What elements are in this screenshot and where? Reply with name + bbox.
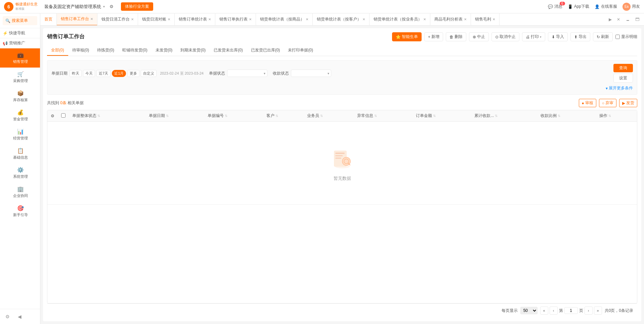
tab-close-cash-reconcile[interactable]: ✕ (168, 17, 170, 21)
tab-sales-order-exec[interactable]: 销售订单执行表✕ (215, 13, 256, 26)
collapse-icon[interactable]: ◀ (15, 312, 24, 321)
sidebar-item-purchase[interactable]: 🛒采购管理 (0, 68, 40, 87)
smart-create-button[interactable]: ⭐ 智能生单 (392, 32, 422, 41)
query-button[interactable]: 查询 (613, 64, 633, 72)
sidebar-item-basic[interactable]: 📋基础信息 (0, 144, 40, 163)
tab-close-cash-daily[interactable]: ✕ (131, 17, 134, 21)
sub-tab-wangpu-pending[interactable]: 旺铺待发货(0) (118, 45, 152, 56)
sort-icon-ratio[interactable]: ⇅ (558, 114, 560, 118)
page-input[interactable] (564, 307, 578, 314)
sidebar-item-inventory[interactable]: 📦库存核算 (0, 87, 40, 106)
sidebar-item-enterprise[interactable]: 🏢企业协同 (0, 183, 40, 202)
app-download-item[interactable]: 📱 App下载 (568, 4, 589, 9)
tab-close-sales-order-workbench[interactable]: ✕ (90, 17, 93, 21)
tab-close-sales-gross[interactable]: ✕ (492, 17, 495, 21)
show-detail-checkbox[interactable] (615, 35, 620, 39)
tab-close-product-margin[interactable]: ✕ (464, 17, 467, 21)
col-settings-icon[interactable]: ⚙ (51, 114, 54, 118)
sort-icon-collected[interactable]: ⇅ (495, 114, 498, 118)
date-btn-今天[interactable]: 今天 (83, 70, 95, 77)
tab-sales-order-workbench[interactable]: 销售订单工作台✕ (57, 13, 97, 26)
set-button[interactable]: 设置 (613, 74, 633, 83)
online-service-item[interactable]: 👤 在线客服 (595, 4, 617, 9)
sub-tab-shipped-stock-out[interactable]: 已发货已出库(0) (247, 45, 284, 56)
tab-maximize-icon[interactable]: 🗖 (633, 15, 641, 24)
delete-button[interactable]: 🗑 删除 (446, 32, 466, 41)
cancel-pause-button[interactable]: ⊙ 取消中止 (491, 32, 519, 41)
approve-button[interactable]: ● 审核 (579, 99, 596, 107)
page-first-button[interactable]: « (540, 307, 548, 315)
date-btn-近7天[interactable]: 近7天 (96, 70, 111, 77)
reject-button[interactable]: ○ 弃审 (599, 99, 616, 107)
tab-sales-order-stat[interactable]: 销售订单统计表✕ (175, 13, 215, 26)
experience-button[interactable]: 体验行业方案 (121, 2, 153, 11)
sort-icon-staff[interactable]: ⇅ (320, 114, 323, 118)
tab-product-margin[interactable]: 商品毛利分析表✕ (430, 13, 471, 26)
settings-bottom-icon[interactable]: ⚙ (3, 312, 12, 321)
sub-tab-expired-unshipped[interactable]: 到期未发货(0) (176, 45, 210, 56)
tab-close-sales-stat-staff[interactable]: ✕ (423, 17, 426, 21)
tab-sales-stat-product[interactable]: 销货单统计表（按商品）✕ (256, 13, 313, 26)
th-checkbox[interactable] (58, 110, 69, 122)
user-item[interactable]: Ea 用友 (622, 3, 640, 11)
sidebar-item-system[interactable]: ⚙️系统管理 (0, 163, 40, 183)
tab-minimize-icon[interactable]: 🗕 (624, 15, 632, 24)
sidebar-item-quick-nav[interactable]: ⚡ 快捷导航 (0, 28, 40, 38)
ship-button[interactable]: ▶ 发货 (619, 99, 637, 107)
expand-filter-button[interactable]: ▾ 展开更多条件 (606, 85, 633, 91)
sidebar-item-guide[interactable]: 🎯新手引导 (0, 202, 40, 221)
settings-icon[interactable]: ⚙ (107, 2, 116, 11)
sub-tab-unshipped[interactable]: 未发货(0) (152, 45, 177, 56)
sort-icon-customer[interactable]: ⇅ (275, 114, 278, 118)
date-btn-更多[interactable]: 更多 (127, 70, 139, 77)
page-last-button[interactable]: » (594, 307, 602, 315)
show-detail-label[interactable]: 显示明细 (615, 34, 637, 40)
tab-close-sales-order-exec[interactable]: ✕ (249, 17, 252, 21)
refresh-button[interactable]: ↻ 刷新 (593, 32, 613, 41)
date-btn-近1月[interactable]: 近1月 (112, 70, 126, 77)
date-btn-昨天[interactable]: 昨天 (70, 70, 82, 77)
tab-sales-stat-staff[interactable]: 销货单统计表（按业务员）✕ (370, 13, 430, 26)
payment-select[interactable] (291, 70, 331, 77)
sub-tab-pending-pickup[interactable]: 待拣货(0) (93, 45, 118, 56)
page-next-button[interactable]: › (585, 307, 593, 315)
tab-more-button[interactable]: ▶ (606, 17, 614, 22)
import-button[interactable]: ⬇ 导入 (548, 32, 568, 41)
system-dropdown-arrow[interactable]: ▾ (103, 5, 105, 8)
tab-cash-reconcile[interactable]: 钱货日清对账✕ (138, 13, 175, 26)
sub-tab-shipped-no-stock-out[interactable]: 已发货未出库(0) (210, 45, 247, 56)
tab-close-sales-order-stat[interactable]: ✕ (208, 17, 211, 21)
th-settings[interactable]: ⚙ (47, 110, 58, 122)
date-btn-自定义[interactable]: 自定义 (141, 70, 157, 77)
tab-sales-gross[interactable]: 销售毛利✕ (471, 13, 500, 26)
sidebar-item-sales[interactable]: 💼销售管理 (0, 48, 40, 68)
sort-icon-number[interactable]: ⇅ (225, 114, 227, 118)
select-all-checkbox[interactable] (61, 113, 66, 118)
tab-close-sales-stat-product[interactable]: ✕ (306, 17, 308, 21)
status-select[interactable] (227, 70, 267, 77)
sidebar-item-operations[interactable]: 📊经营管理 (0, 125, 40, 144)
page-prev-button[interactable]: ‹ (550, 307, 558, 315)
search-menu-button[interactable]: 🔍 搜索菜单 (3, 16, 37, 25)
sidebar-item-marketing[interactable]: 📢 营销推广 (0, 38, 40, 48)
sub-tab-unprinted[interactable]: 未打印单据(0) (284, 45, 317, 56)
print-button[interactable]: 🖨 打印 ▾ (522, 32, 545, 41)
page-size-select[interactable]: 2050100 (520, 307, 538, 314)
sort-icon-amount[interactable]: ⇅ (433, 114, 436, 118)
sidebar-item-finance[interactable]: 💰资金管理 (0, 106, 40, 125)
pause-button[interactable]: ⊗ 中止 (469, 32, 489, 41)
export-button[interactable]: ⬆ 导出 (570, 32, 590, 41)
add-button[interactable]: + 新增 (424, 32, 443, 41)
tab-sales-stat-customer[interactable]: 销货单统计表（按客户）✕ (313, 13, 370, 26)
sub-tab-pending-review[interactable]: 待审核(0) (68, 45, 93, 56)
sort-icon-abnormal[interactable]: ⇅ (374, 114, 377, 118)
message-icon-item[interactable]: 💬 消息 6 (548, 4, 562, 9)
sub-tab-all[interactable]: 全部(0) (47, 45, 68, 56)
tab-cash-daily[interactable]: 钱货日清工作台✕ (97, 13, 138, 26)
tab-close-sales-stat-customer[interactable]: ✕ (362, 17, 365, 21)
sort-icon-status[interactable]: ⇅ (97, 114, 100, 118)
sort-icon-actions[interactable]: ⇅ (608, 114, 611, 118)
sort-icon-date[interactable]: ⇅ (166, 114, 169, 118)
tab-home[interactable]: 首页 (40, 13, 57, 26)
tab-close-all-icon[interactable]: ✕ (614, 15, 622, 24)
